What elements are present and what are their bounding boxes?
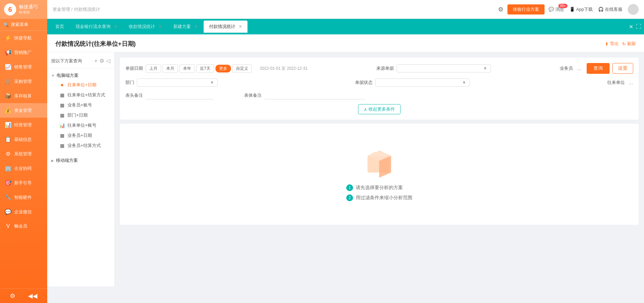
date-btn-this-year[interactable]: 本年 [179,64,195,73]
content-area: 付款情况统计(往来单位+日期) ⬆ 导出 ↻ 刷新 按以下方案查询 + ⚙ [47,34,644,303]
search-icon: 🔍 [3,22,9,27]
staff-label: 业务员 [560,65,573,71]
header-note-input[interactable] [146,91,213,99]
purchase-icon: 🛒 [5,78,11,85]
partner-dots[interactable]: ... [629,80,633,86]
tab-expand-icon[interactable]: ⛶ [636,24,641,30]
quick-nav-icon: ⚡ [5,35,11,41]
date-btn-last-7days[interactable]: 近7天 [196,64,214,73]
filter-dept-item: 部门 ▼ [125,79,218,87]
sidebar-item-sales[interactable]: 📈 销售管理 [0,60,47,74]
panel-add-icon[interactable]: + [94,58,97,64]
sidebar-collapse-icon[interactable]: ◀◀ [28,292,37,300]
panel-collapse-icon[interactable]: ◁ [106,58,110,64]
empty-hint-list: 1 请先选择要分析的方案 2 用过滤条件来缩小分析范围 [346,184,412,205]
mobile-arrow-icon: ▶ [51,159,54,162]
topbar-message[interactable]: 💬 消息 99+ [549,6,564,12]
voucher-status-select[interactable]: ▼ [375,79,470,87]
sidebar-item-system[interactable]: ⚙ 系统管理 [0,147,47,161]
tab-payment-stat[interactable]: 付款情况统计 ✕ [204,21,247,33]
user-avatar[interactable] [628,4,639,15]
scheme-icon-6: ▦ [59,133,65,138]
tab-receipt-stat[interactable]: 收款情况统计 ✕ [123,21,167,33]
topbar-settings-icon[interactable]: ⚙ [498,6,503,13]
desktop-group-header[interactable]: ▼ 电脑端方案 [51,71,110,80]
body-note-input[interactable] [264,91,365,99]
sidebar-item-hardware[interactable]: 🔧 智能硬件 [0,190,47,205]
date-range-display: 2022-01-01 至 2022-12-31 [260,66,308,71]
scheme-item-partner-settle[interactable]: ▦ 往来单位+结算方式 [51,90,110,100]
scheme-item-staff-account[interactable]: ▦ 业务员+账号 [51,100,110,110]
page-title: 付款情况统计(往来单位+日期) [55,40,136,48]
sidebar-item-finance[interactable]: 💰 资金管理 [0,103,47,118]
scheme-item-partner-account[interactable]: 📊 往来单位+账号 [51,120,110,130]
member-icon: V [5,223,11,229]
tab-home[interactable]: 首页 [50,21,69,33]
trial-button[interactable]: 体验行业方案 [507,4,545,14]
sidebar-item-marketing[interactable]: 📢 营销推广 [0,45,47,60]
message-badge: 99+ [558,4,567,8]
sidebar-item-wechat[interactable]: 💬 企业微信 [0,205,47,219]
tabbar: 首页 现金银行流水查询 ✕ 收款情况统计 ✕ 新建方案 ✕ 付款情况统计 ✕ ✕… [47,19,644,34]
wechat-icon: 💬 [5,209,11,215]
sidebar-settings-icon[interactable]: ⚙ [10,292,15,300]
refresh-button[interactable]: ↻ 刷新 [622,41,636,47]
inventory-icon: 📦 [5,93,11,99]
hardware-icon: 🔧 [5,194,11,201]
panel-settings-icon[interactable]: ⚙ [99,58,104,64]
mobile-group-header[interactable]: ▶ 移动端方案 [51,156,110,165]
dept-select[interactable]: ▼ [137,79,218,87]
query-button[interactable]: 查询 [587,63,610,74]
staff-dots[interactable]: ... [577,65,581,71]
topbar-online-service[interactable]: 🎧 在线客服 [598,6,622,12]
scheme-item-staff-date[interactable]: ▦ 业务员+日期 [51,130,110,141]
filter-row-1: 单据日期 上月 本月 本年 近7天 更多 自定义 2022-01-0 [125,63,633,74]
scheme-item-dept-date[interactable]: ▦ 部门+日期 [51,110,110,120]
main-area: 资金管理 / 付款情况统计 ⚙ 体验行业方案 💬 消息 99+ 📱 App下载 … [47,0,644,303]
tab-bank-flow[interactable]: 现金银行流水查询 ✕ [70,21,123,33]
finance-icon: 💰 [5,107,11,114]
scheme-icon-5: 📊 [59,123,65,128]
sidebar: 6 畅捷通巧 标准版 🔍 搜索菜单 ⚡ 快捷导航 📢 营销推广 📈 销售管理 🛒… [0,0,47,303]
sidebar-item-purchase[interactable]: 🛒 采购管理 [0,74,47,89]
empty-svg [359,144,400,178]
collapse-conditions-button[interactable]: ∧ 收起更多条件 [358,104,401,114]
tab-close-new-plan[interactable]: ✕ [194,24,198,29]
scheme-item-partner-date[interactable]: ● 往来单位+日期 [51,80,110,90]
sidebar-item-enterprise[interactable]: 🏢 企业协同 [0,161,47,176]
date-label: 单据日期 [125,65,143,71]
sidebar-item-member[interactable]: V 畅会员 [0,219,47,233]
tab-close-bank-flow[interactable]: ✕ [114,24,117,29]
sidebar-item-guide[interactable]: 🎯 新手引导 [0,176,47,190]
scheme-icon-7: ▦ [59,143,65,148]
date-btn-last-month[interactable]: 上月 [146,64,161,73]
date-btn-this-month[interactable]: 本月 [163,64,178,73]
tab-close-payment-stat[interactable]: ✕ [239,24,242,29]
content-body: 按以下方案查询 + ⚙ ◁ ▼ 电脑端方案 ● 往来单位+日期 ▦ [47,52,644,286]
sidebar-item-inventory[interactable]: 📦 库存核算 [0,89,47,103]
filter-voucher-status-item: 单据状态 ▼ [355,79,470,87]
body-note-label: 表体备注 [244,92,262,98]
partner-label: 往来单位 [607,80,625,86]
topbar-app-download[interactable]: 📱 App下载 [569,6,593,12]
date-btn-more[interactable]: 更多 [215,65,231,72]
filter-action-btns: 查询 设置 [587,63,633,74]
settings-button[interactable]: 设置 [612,63,633,74]
sidebar-search[interactable]: 🔍 搜索菜单 [0,19,47,31]
sidebar-item-basic-info[interactable]: 📋 基础信息 [0,132,47,147]
sidebar-item-operation[interactable]: 📊 经营管理 [0,118,47,132]
date-btn-custom[interactable]: 自定义 [232,64,252,73]
export-button[interactable]: ⬆ 导出 [605,41,619,47]
filter-collapse-row: ∧ 收起更多条件 [125,104,633,114]
page-header: 付款情况统计(往来单位+日期) ⬆ 导出 ↻ 刷新 [47,34,644,52]
tab-new-plan[interactable]: 新建方案 ✕ [168,21,203,33]
logo-text: 畅捷通巧 标准版 [19,4,38,15]
refresh-icon: ↻ [622,41,626,47]
source-select[interactable]: ▼ [397,64,491,72]
basic-info-icon: 📋 [5,136,11,143]
scheme-item-staff-settle[interactable]: ▦ 业务员+结算方式 [51,141,110,151]
filter-row-3: 表头备注 表体备注 [125,91,633,99]
sidebar-item-quick-nav[interactable]: ⚡ 快捷导航 [0,31,47,45]
tab-close-receipt-stat[interactable]: ✕ [158,24,162,29]
tab-close-all-icon[interactable]: ✕ [629,24,633,30]
